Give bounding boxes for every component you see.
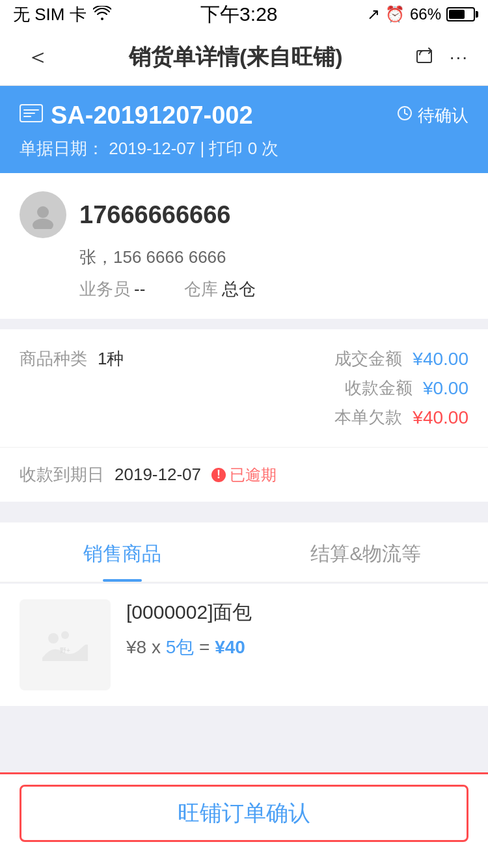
status-bar: 无 SIM 卡 下午3:28 ↗ ⏰ 66%	[0, 0, 488, 29]
order-header: SA-20191207-002 待确认 单据日期： 2019-12-07 | 打…	[0, 86, 488, 173]
overdue-icon: !	[211, 468, 226, 482]
clock-icon	[397, 105, 413, 126]
amount-label: 成交金额	[334, 347, 402, 370]
section-divider-1	[0, 319, 488, 329]
status-right: ↗ ⏰ 66%	[367, 5, 475, 23]
warehouse-value: 总仓	[222, 278, 256, 301]
order-status: 待确认	[397, 104, 468, 127]
page-title: 销货单详情(来自旺铺)	[56, 42, 416, 72]
due-section: 收款到期日 2019-12-07 ! 已逾期	[0, 448, 488, 502]
product-thumbnail: 野+	[20, 599, 111, 690]
due-date: 2019-12-07	[115, 465, 201, 485]
tab-settlement-logistics[interactable]: 结算&物流等	[244, 522, 488, 582]
product-name: [0000002]面包	[126, 599, 468, 626]
received-row: 收款金额 ¥0.00	[345, 377, 468, 400]
amount-row: 成交金额 ¥40.00	[334, 347, 468, 370]
confirm-order-button[interactable]: 旺铺订单确认	[20, 785, 468, 842]
back-button[interactable]: ＜	[20, 34, 56, 79]
overdue-text: 已逾期	[230, 465, 277, 485]
svg-point-3	[37, 206, 49, 218]
received-value: ¥0.00	[423, 378, 468, 399]
order-icon	[20, 103, 43, 128]
owed-label: 本单欠款	[334, 406, 402, 429]
received-label: 收款金额	[345, 377, 413, 400]
sales-label: 业务员	[79, 278, 130, 301]
owed-row: 本单欠款 ¥40.00	[334, 406, 468, 429]
total-value: ¥40	[215, 637, 245, 657]
customer-info: 张，156 6666 6666	[79, 246, 468, 269]
overdue-badge: ! 已逾期	[211, 465, 277, 485]
product-price-row: ¥8 x 5包 = ¥40	[126, 635, 468, 660]
svg-point-4	[33, 219, 53, 229]
sales-value: --	[134, 279, 145, 299]
location-icon: ↗	[367, 5, 380, 23]
product-type-label: 商品种类	[20, 347, 87, 370]
qty-value: 5包	[166, 637, 195, 657]
price-text: ¥8 x	[126, 637, 166, 657]
svg-point-5	[48, 633, 59, 644]
summary-left: 商品种类 1种	[20, 347, 124, 370]
alarm-icon: ⏰	[385, 5, 405, 23]
product-type-value: 1种	[98, 347, 124, 370]
svg-point-6	[61, 631, 69, 639]
tabs-section: 销售商品 结算&物流等	[0, 522, 488, 582]
equals-sign: =	[194, 637, 215, 657]
amount-value: ¥40.00	[413, 349, 468, 370]
customer-row: 17666666666	[20, 191, 468, 238]
bottom-bar: 旺铺订单确认	[0, 772, 488, 868]
owed-value: ¥40.00	[413, 407, 468, 428]
product-section: 野+ [0000002]面包 ¥8 x 5包 = ¥40	[0, 584, 488, 706]
tab-sales-products[interactable]: 销售商品	[0, 522, 244, 582]
summary-section: 商品种类 1种 成交金额 ¥40.00 收款金额 ¥0.00 本单欠款 ¥40.…	[0, 329, 488, 447]
section-divider-2	[0, 502, 488, 512]
share-icon[interactable]	[416, 44, 437, 70]
customer-meta: 业务员 -- 仓库 总仓	[79, 278, 468, 301]
status-time: 下午3:28	[200, 1, 277, 28]
due-label: 收款到期日	[20, 463, 104, 486]
battery-icon	[446, 7, 475, 21]
summary-right: 成交金额 ¥40.00 收款金额 ¥0.00 本单欠款 ¥40.00	[334, 347, 468, 429]
customer-phone: 17666666666	[79, 201, 230, 229]
battery-text: 66%	[410, 5, 441, 23]
customer-section: 17666666666 张，156 6666 6666 业务员 -- 仓库 总仓	[0, 173, 488, 319]
svg-text:野+: 野+	[60, 647, 70, 654]
order-id-row: SA-20191207-002 待确认	[20, 102, 468, 129]
product-info: [0000002]面包 ¥8 x 5包 = ¥40	[126, 599, 468, 660]
nav-actions: ···	[416, 44, 468, 70]
wifi-icon	[93, 5, 111, 25]
nav-bar: ＜ 销货单详情(来自旺铺) ···	[0, 29, 488, 86]
status-carrier: 无 SIM 卡	[13, 3, 111, 26]
order-date: 单据日期： 2019-12-07 | 打印 0 次	[20, 137, 468, 160]
order-id: SA-20191207-002	[20, 102, 253, 129]
warehouse-label: 仓库	[184, 278, 218, 301]
avatar	[20, 191, 66, 238]
more-icon[interactable]: ···	[450, 47, 468, 68]
